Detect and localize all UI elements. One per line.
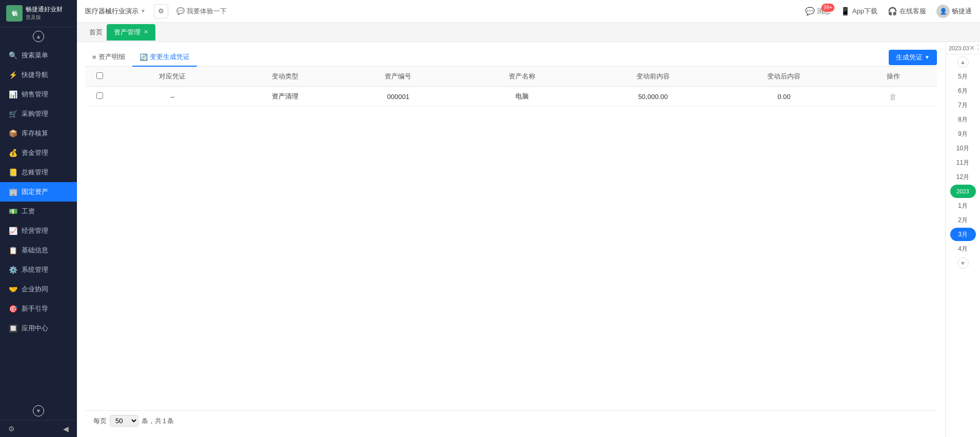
customer-service-button[interactable]: 🎧 在线客服 — [888, 7, 926, 16]
sidebar-menu: 🔍 搜索菜单 ⚡ 快捷导航 📊 销售管理 🛒 采购管理 📦 库存核算 💰 资金管… — [0, 46, 77, 402]
app-center-icon: 🔲 — [8, 324, 17, 333]
header-change-type: 变动类型 — [231, 67, 340, 87]
sidebar-item-label-salary: 工资 — [22, 207, 35, 216]
tab-asset-mgmt[interactable]: 资产管理 ✕ — [107, 24, 155, 41]
sidebar-item-system[interactable]: ⚙️ 系统管理 — [0, 260, 77, 280]
purchase-icon: 🛒 — [8, 109, 17, 118]
header-checkbox-cell — [85, 67, 114, 87]
row-before-change: 50,000.00 — [588, 87, 719, 107]
row-checkbox[interactable] — [96, 92, 103, 99]
select-all-checkbox[interactable] — [96, 72, 103, 79]
quicknav-icon: ⚡ — [8, 70, 17, 80]
change-voucher-icon: 🔄 — [139, 53, 148, 61]
sidebar-item-fixed-assets[interactable]: 🏢 固定资产 — [0, 182, 77, 202]
logo-sub: 普及版 — [26, 14, 63, 21]
month-1[interactable]: 1月 — [950, 199, 976, 212]
sidebar-item-salary[interactable]: 💵 工资 — [0, 202, 77, 221]
header-voucher: 对应凭证 — [114, 67, 231, 87]
logo-name: 畅捷通好业财 — [26, 6, 63, 14]
guide-icon: 🎯 — [8, 304, 17, 313]
sidebar-item-label-guide: 新手引导 — [22, 304, 48, 313]
sidebar-item-label-search: 搜索菜单 — [22, 51, 48, 60]
row-after-change: 0.00 — [718, 87, 850, 107]
sidebar-item-quicknav[interactable]: ⚡ 快捷导航 — [0, 65, 77, 85]
company-selector[interactable]: 医疗器械行业演示 ▼ — [85, 7, 146, 16]
sidebar-item-purchase[interactable]: 🛒 采购管理 — [0, 104, 77, 124]
date-nav-up[interactable]: ▲ — [957, 56, 969, 68]
sidebar-item-search[interactable]: 🔍 搜索菜单 — [0, 46, 77, 65]
inventory-icon: 📦 — [8, 129, 17, 138]
month-4[interactable]: 4月 — [950, 242, 976, 255]
asset-list-icon: ≡ — [92, 53, 96, 61]
page-size-select[interactable]: 10 20 50 100 — [110, 415, 138, 427]
total-prefix: 条，共 — [142, 416, 162, 426]
sidebar-item-app-center[interactable]: 🔲 应用中心 — [0, 319, 77, 338]
delete-button[interactable]: 🗑 — [889, 92, 897, 101]
user-menu[interactable]: 👤 畅捷通 — [936, 5, 972, 18]
sidebar-item-guide[interactable]: 🎯 新手引导 — [0, 299, 77, 319]
logo-text-block: 畅捷通好业财 普及版 — [26, 6, 63, 21]
feedback-button[interactable]: 💬 我要体验一下 — [176, 7, 227, 16]
settings-bottom-icon[interactable]: ⚙ — [8, 425, 15, 433]
date-panel-close-icon[interactable]: ✕ — [969, 44, 975, 52]
sidebar-logo: 畅 畅捷通好业财 普及版 — [0, 0, 77, 27]
row-asset-name: 电脑 — [456, 87, 588, 107]
sidebar-item-inventory[interactable]: 📦 库存核算 — [0, 124, 77, 143]
sidebar-item-cooperation[interactable]: 🤝 企业协同 — [0, 280, 77, 299]
tab-close-icon[interactable]: ✕ — [144, 29, 148, 35]
sidebar-scroll-down[interactable]: ▼ — [33, 405, 44, 416]
sidebar-item-operations[interactable]: 📈 经营管理 — [0, 221, 77, 241]
total-suffix: 条 — [167, 416, 174, 426]
month-12[interactable]: 12月 — [950, 170, 976, 184]
sidebar-item-basic-info[interactable]: 📋 基础信息 — [0, 241, 77, 260]
month-5[interactable]: 5月 — [950, 70, 976, 83]
month-6[interactable]: 6月 — [950, 84, 976, 97]
sidebar-item-sales[interactable]: 📊 销售管理 — [0, 85, 77, 104]
date-panel: 2023.03 ✕ ⛶ ▲ 5月 6月 7月 8月 9月 10月 11月 12月… — [945, 42, 980, 437]
customer-service-icon: 🎧 — [888, 7, 897, 16]
sidebar-item-ledger[interactable]: 📒 总账管理 — [0, 163, 77, 182]
sidebar-item-label-funds: 资金管理 — [22, 148, 48, 157]
month-9[interactable]: 9月 — [950, 127, 976, 141]
sidebar-item-label-quicknav: 快捷导航 — [22, 70, 48, 80]
sales-icon: 📊 — [8, 90, 17, 99]
header-before-change: 变动前内容 — [588, 67, 719, 87]
app-download-button[interactable]: 📱 App下载 — [841, 7, 877, 16]
sub-tab-asset-list[interactable]: ≡ 资产明细 — [85, 48, 132, 67]
date-nav-down[interactable]: ▼ — [957, 257, 969, 269]
topbar-settings-button[interactable]: ⚙ — [154, 4, 168, 18]
system-icon: ⚙️ — [8, 265, 17, 274]
month-11[interactable]: 11月 — [950, 156, 976, 169]
month-7[interactable]: 7月 — [950, 98, 976, 112]
search-icon: 🔍 — [8, 51, 17, 60]
date-panel-header: 2023.03 ✕ ⛶ — [946, 42, 980, 54]
company-arrow-icon: ▼ — [141, 8, 146, 14]
sub-tab-change-voucher-label: 变更生成凭证 — [150, 52, 190, 62]
user-label: 畅捷通 — [952, 7, 972, 16]
company-name: 医疗器械行业演示 — [85, 7, 138, 16]
tab-home[interactable]: 首页 — [85, 28, 107, 37]
sub-tab-change-voucher[interactable]: 🔄 变更生成凭证 — [132, 48, 197, 67]
collapse-icon[interactable]: ◀ — [63, 425, 69, 433]
generate-voucher-button[interactable]: 生成凭证 ▼ — [889, 50, 937, 65]
tabbar: 首页 资产管理 ✕ — [77, 23, 980, 42]
content-main: ≡ 资产明细 🔄 变更生成凭证 生成凭证 ▼ — [77, 42, 945, 437]
generate-dropdown-icon: ▼ — [925, 54, 930, 60]
date-panel-expand-icon[interactable]: ⛶ — [977, 44, 980, 52]
sidebar-scroll-up[interactable]: ▲ — [33, 31, 44, 42]
month-2[interactable]: 2月 — [950, 213, 976, 227]
month-10[interactable]: 10月 — [950, 142, 976, 155]
operations-icon: 📈 — [8, 226, 17, 235]
notifications-button[interactable]: 💬 消息 99+ — [805, 7, 830, 16]
month-8[interactable]: 8月 — [950, 113, 976, 126]
row-operation: 🗑 — [850, 87, 937, 107]
header-asset-name: 资产名称 — [456, 67, 588, 87]
month-3-current[interactable]: 3月 — [950, 228, 976, 241]
sidebar-item-funds[interactable]: 💰 资金管理 — [0, 143, 77, 163]
customer-service-label: 在线客服 — [899, 7, 926, 16]
sidebar-item-label-operations: 经营管理 — [22, 226, 48, 235]
page-label: 每页 — [93, 416, 107, 426]
content-area: ≡ 资产明细 🔄 变更生成凭证 生成凭证 ▼ — [77, 42, 980, 437]
row-change-type: 资产清理 — [231, 87, 340, 107]
avatar: 👤 — [936, 5, 950, 18]
